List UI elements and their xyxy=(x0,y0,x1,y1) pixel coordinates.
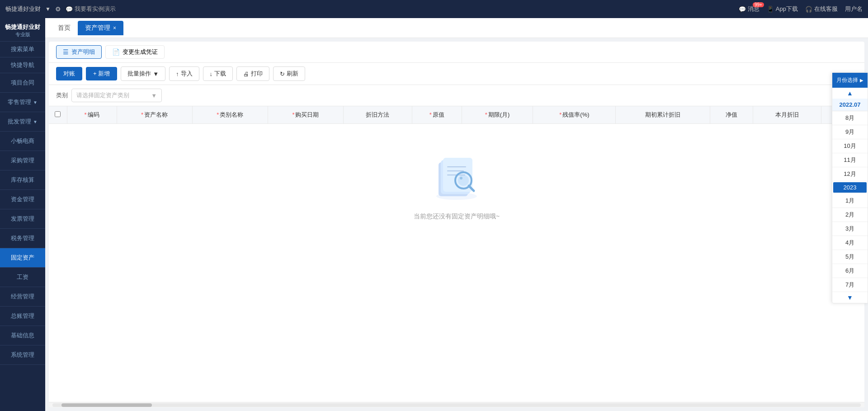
empty-text: 当前您还没有固定资产明细哦~ xyxy=(414,213,500,221)
print-icon: 🖨 xyxy=(243,71,249,77)
sidebar-item-purchase[interactable]: 采购管理 xyxy=(0,151,45,170)
sub-tab-bar: ☰ 资产明细 📄 变更生成凭证 xyxy=(49,42,864,63)
month-item-8[interactable]: 8月 xyxy=(832,111,868,125)
download-button[interactable]: ↓ 下载 xyxy=(203,66,233,81)
scroll-track xyxy=(52,403,861,407)
header-residual-rate: *残值率(%) xyxy=(533,106,616,124)
sidebar-item-label: 税务管理 xyxy=(11,234,34,242)
sidebar-item-label: 总账管理 xyxy=(11,312,34,320)
table-wrapper: *编码 *资产名称 *类别名称 *购买日期 折旧方法 *原值 *期限(月) *残… xyxy=(49,106,864,402)
category-filter[interactable]: 请选择固定资产类别 ▼ xyxy=(71,89,162,102)
collapse-icon: ▶ xyxy=(860,78,863,83)
company-dropdown[interactable]: ▼ xyxy=(45,6,51,12)
sidebar-item-project[interactable]: 项目合同 xyxy=(0,73,45,93)
sub-tab-label: 资产明细 xyxy=(71,48,95,56)
month-item-5[interactable]: 5月 xyxy=(832,250,868,264)
month-selector-header[interactable]: 月份选择 ▶ xyxy=(832,73,868,88)
sidebar-item-basic-info[interactable]: 基础信息 xyxy=(0,326,45,345)
settings-icon[interactable]: ⚙ xyxy=(55,5,61,13)
empty-state: 当前您还没有固定资产明细哦~ xyxy=(49,124,864,248)
top-bar-right: 💬 消息 99+ 📱 App下载 🎧 在线客服 用户名 xyxy=(739,5,863,13)
month-nav-down[interactable]: ▼ xyxy=(832,292,868,303)
sidebar-item-ledger[interactable]: 总账管理 xyxy=(0,307,45,326)
tab-home[interactable]: 首页 xyxy=(52,21,76,35)
sidebar: 畅捷通好业财 专业版 搜索菜单 快捷导航 项目合同 零售管理 ▼ 批发管理 ▼ … xyxy=(0,18,45,411)
message-button[interactable]: 💬 消息 99+ xyxy=(739,5,760,13)
sidebar-item-retail[interactable]: 零售管理 ▼ xyxy=(0,93,45,112)
message-icon: 💬 xyxy=(739,6,746,13)
header-period: *期限(月) xyxy=(462,106,533,124)
month-item-1[interactable]: 1月 xyxy=(832,194,868,208)
month-item-6[interactable]: 6月 xyxy=(832,264,868,278)
header-accumulated-depreciation: 期初累计折旧 xyxy=(616,106,710,124)
sidebar-item-finance[interactable]: 资金管理 xyxy=(0,190,45,209)
app-download-button[interactable]: 📱 App下载 xyxy=(767,5,798,13)
month-item-11[interactable]: 11月 xyxy=(832,153,868,167)
sidebar-item-system[interactable]: 系统管理 xyxy=(0,345,45,365)
dropdown-icon: ▼ xyxy=(153,71,159,77)
sidebar-item-label: 项目合同 xyxy=(11,79,34,87)
header-category: *类别名称 xyxy=(192,106,268,124)
sub-tab-asset-detail[interactable]: ☰ 资产明细 xyxy=(56,45,102,59)
sidebar-item-inventory[interactable]: 库存核算 xyxy=(0,170,45,190)
month-item-12[interactable]: 12月 xyxy=(832,167,868,181)
sidebar-item-wholesale[interactable]: 批发管理 ▼ xyxy=(0,112,45,132)
tab-close-icon[interactable]: × xyxy=(113,25,116,31)
sidebar-search[interactable]: 搜索菜单 xyxy=(0,42,45,57)
sidebar-item-label: 经营管理 xyxy=(11,293,34,301)
svg-point-8 xyxy=(458,175,469,186)
add-button[interactable]: + 新增 xyxy=(86,67,117,80)
download-icon: ↓ xyxy=(210,71,213,77)
empty-illustration xyxy=(425,151,488,205)
sidebar-item-invoice[interactable]: 发票管理 xyxy=(0,209,45,229)
import-icon: ↑ xyxy=(176,71,179,77)
batch-button[interactable]: 批量操作 ▼ xyxy=(121,66,165,81)
sidebar-item-tax[interactable]: 税务管理 xyxy=(0,229,45,248)
header-purchase-date: *购买日期 xyxy=(268,106,343,124)
demo-link[interactable]: 💬 我要看实例演示 xyxy=(66,5,116,13)
month-item-9[interactable]: 9月 xyxy=(832,125,868,139)
month-item-year-2023[interactable]: 2023 xyxy=(833,182,867,193)
tab-asset-management[interactable]: 资产管理 × xyxy=(78,21,123,35)
scroll-thumb[interactable] xyxy=(61,403,152,407)
filter-row: 类别 请选择固定资产类别 ▼ xyxy=(49,85,864,106)
month-item-2[interactable]: 2月 xyxy=(832,208,868,222)
import-button[interactable]: ↑ 导入 xyxy=(169,66,199,81)
sidebar-item-payroll[interactable]: 工资 xyxy=(0,268,45,287)
month-item-3[interactable]: 3月 xyxy=(832,222,868,236)
tab-label: 资产管理 xyxy=(85,24,110,32)
month-item-7[interactable]: 7月 xyxy=(832,278,868,292)
reconcile-button[interactable]: 对账 xyxy=(56,67,82,80)
month-item-4[interactable]: 4月 xyxy=(832,236,868,250)
message-badge: 99+ xyxy=(753,2,764,7)
demo-text: 我要看实例演示 xyxy=(75,5,116,13)
header-monthly-depreciation: 本月折旧 xyxy=(753,106,821,124)
month-down-button[interactable]: ▼ xyxy=(847,294,853,301)
month-item-10[interactable]: 10月 xyxy=(832,139,868,153)
header-checkbox xyxy=(49,106,67,124)
tab-bar: 首页 资产管理 × xyxy=(45,18,868,38)
service-button[interactable]: 🎧 在线客服 xyxy=(805,5,838,13)
select-all-checkbox[interactable] xyxy=(55,111,61,117)
sidebar-item-operations[interactable]: 经营管理 xyxy=(0,287,45,307)
voucher-icon: 📄 xyxy=(112,48,120,56)
month-nav-up[interactable]: ▲ xyxy=(832,88,868,99)
logo-title: 畅捷通好业财 xyxy=(4,24,42,31)
import-label: 导入 xyxy=(181,70,193,78)
svg-point-10 xyxy=(460,177,462,180)
service-label: 在线客服 xyxy=(814,5,838,13)
user-menu[interactable]: 用户名 xyxy=(845,5,863,13)
sub-tab-label: 变更生成凭证 xyxy=(123,48,158,56)
sidebar-item-ecommerce[interactable]: 小畅电商 xyxy=(0,132,45,151)
sidebar-quick-nav[interactable]: 快捷导航 xyxy=(0,57,45,73)
bottom-scrollbar[interactable] xyxy=(49,402,864,407)
sub-tab-change-voucher[interactable]: 📄 变更生成凭证 xyxy=(105,45,165,59)
print-button[interactable]: 🖨 打印 xyxy=(236,66,269,81)
refresh-label: 刷新 xyxy=(287,70,298,78)
sidebar-item-fixed-assets[interactable]: 固定资产 xyxy=(0,248,45,268)
sidebar-item-label: 采购管理 xyxy=(11,156,34,165)
refresh-button[interactable]: ↻ 刷新 xyxy=(273,66,305,81)
download-label: 下载 xyxy=(214,70,226,78)
sidebar-item-label: 发票管理 xyxy=(11,215,34,223)
month-up-button[interactable]: ▲ xyxy=(847,90,853,97)
